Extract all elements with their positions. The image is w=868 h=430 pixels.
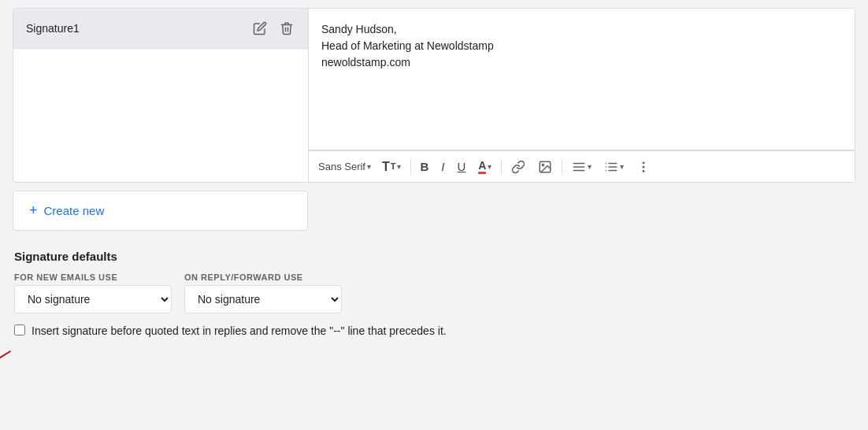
list-icon bbox=[604, 160, 618, 174]
toolbar-separator-1 bbox=[410, 159, 411, 175]
signature-editor-container: Signature1 bbox=[13, 8, 855, 183]
trash-icon bbox=[280, 21, 294, 35]
text-color-bar bbox=[478, 172, 486, 174]
link-icon bbox=[511, 160, 525, 174]
signature-defaults-section: Signature defaults FOR NEW EMAILS USE No… bbox=[13, 250, 855, 339]
reply-forward-dropdown-group: ON REPLY/FORWARD USE No signature Signat… bbox=[184, 272, 342, 313]
svg-point-1 bbox=[543, 164, 544, 165]
toolbar-separator-2 bbox=[501, 159, 502, 175]
reply-forward-select[interactable]: No signature Signature1 bbox=[184, 285, 342, 313]
new-emails-label: FOR NEW EMAILS USE bbox=[14, 272, 172, 282]
underline-icon: U bbox=[458, 160, 466, 173]
insert-before-quoted-checkbox[interactable] bbox=[14, 324, 25, 335]
insert-before-quoted-label: Insert signature before quoted text in r… bbox=[32, 323, 447, 339]
create-new-label: Create new bbox=[44, 204, 105, 217]
font-family-chevron-icon: ▾ bbox=[367, 162, 371, 171]
defaults-dropdowns-row: FOR NEW EMAILS USE No signature Signatur… bbox=[14, 272, 854, 313]
signature-list-item[interactable]: Signature1 bbox=[13, 9, 308, 49]
italic-icon: I bbox=[441, 160, 444, 173]
text-color-a-letter: A bbox=[478, 159, 486, 172]
font-size-label: T bbox=[382, 161, 390, 173]
toolbar-separator-3 bbox=[562, 159, 562, 175]
image-icon bbox=[538, 160, 552, 174]
insert-image-button[interactable] bbox=[533, 157, 557, 177]
text-color-icon: A bbox=[478, 159, 486, 174]
text-align-button[interactable]: ▾ bbox=[567, 157, 596, 177]
signature-item-actions bbox=[251, 20, 295, 37]
signature-editor-area: Sandy Hudson, Head of Marketing at Newol… bbox=[309, 9, 855, 182]
more-icon bbox=[636, 160, 651, 174]
more-options-button[interactable] bbox=[632, 157, 655, 177]
font-size-small-t: T bbox=[391, 162, 396, 171]
signature-list: Signature1 bbox=[13, 9, 309, 182]
font-size-chevron-icon: ▾ bbox=[397, 162, 401, 171]
editor-line-2: Head of Marketing at Newoldstamp bbox=[321, 38, 842, 54]
delete-signature-button[interactable] bbox=[278, 20, 295, 37]
italic-button[interactable]: I bbox=[436, 157, 449, 176]
font-family-label: Sans Serif bbox=[318, 161, 365, 172]
editor-line-1: Sandy Hudson, bbox=[321, 21, 842, 38]
signatures-panel: Signature1 bbox=[13, 8, 855, 339]
editor-line-3: newoldstamp.com bbox=[321, 54, 842, 71]
create-new-section: + Create new bbox=[13, 191, 855, 231]
align-icon bbox=[572, 160, 586, 174]
edit-icon bbox=[253, 21, 267, 35]
plus-icon: + bbox=[29, 202, 38, 219]
editor-toolbar: Sans Serif ▾ TT ▾ B I bbox=[309, 150, 855, 182]
signature-editor-content[interactable]: Sandy Hudson, Head of Marketing at Newol… bbox=[309, 9, 855, 150]
insert-signature-checkbox-row: Insert signature before quoted text in r… bbox=[14, 323, 566, 339]
bold-icon: B bbox=[421, 160, 429, 173]
text-color-chevron-icon: ▾ bbox=[488, 162, 491, 171]
font-size-button[interactable]: TT ▾ bbox=[377, 158, 406, 176]
defaults-section-title: Signature defaults bbox=[14, 250, 854, 263]
red-arrow-annotation bbox=[0, 347, 14, 378]
underline-button[interactable]: U bbox=[453, 157, 471, 176]
list-chevron-icon: ▾ bbox=[620, 162, 624, 171]
svg-point-13 bbox=[644, 170, 645, 172]
bold-button[interactable]: B bbox=[416, 157, 434, 176]
svg-point-11 bbox=[644, 162, 645, 164]
text-color-button[interactable]: A ▾ bbox=[473, 156, 496, 177]
create-new-button[interactable]: + Create new bbox=[13, 191, 308, 231]
signature-name: Signature1 bbox=[26, 22, 80, 35]
align-chevron-icon: ▾ bbox=[588, 162, 592, 171]
list-button[interactable]: ▾ bbox=[599, 157, 629, 177]
font-family-button[interactable]: Sans Serif ▾ bbox=[315, 158, 374, 176]
svg-point-12 bbox=[644, 166, 645, 168]
edit-signature-button[interactable] bbox=[251, 20, 269, 37]
insert-link-button[interactable] bbox=[506, 157, 530, 177]
new-emails-select[interactable]: No signature Signature1 bbox=[14, 285, 172, 313]
svg-line-14 bbox=[0, 351, 10, 373]
new-emails-dropdown-group: FOR NEW EMAILS USE No signature Signatur… bbox=[14, 272, 172, 313]
reply-forward-label: ON REPLY/FORWARD USE bbox=[184, 272, 342, 282]
